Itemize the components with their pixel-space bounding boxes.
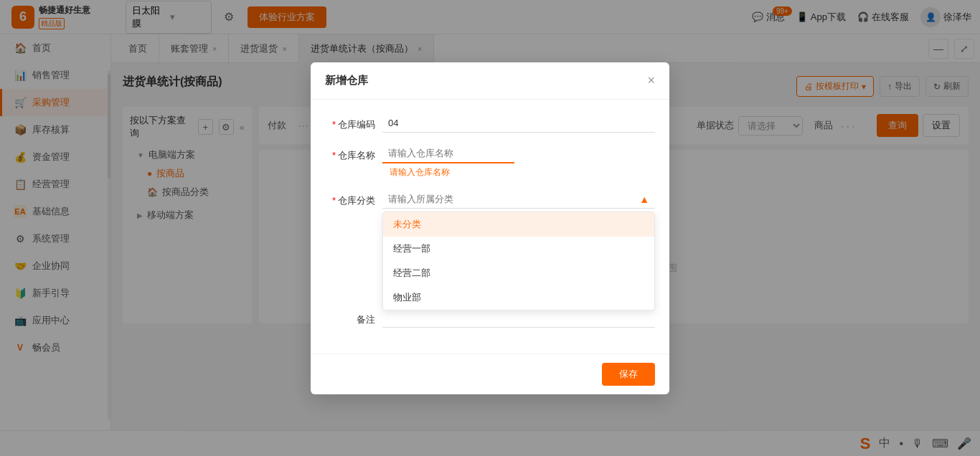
form-item-note: 备注 (325, 309, 655, 328)
modal-body: 仓库编码 仓库名称 请输入仓库名称 仓库分类 ▲ 未分类 (311, 100, 669, 353)
dropdown-option-3[interactable]: 物业部 (383, 285, 654, 310)
category-input[interactable] (382, 190, 655, 209)
dropdown-option-1[interactable]: 经营一部 (383, 237, 654, 261)
modal-title: 新增仓库 (325, 74, 368, 87)
dropdown-option-2[interactable]: 经营二部 (383, 261, 654, 285)
form-item-name: 仓库名称 请输入仓库名称 (325, 144, 655, 179)
dropdown-chevron-up[interactable]: ▲ (639, 194, 649, 205)
note-label: 备注 (325, 309, 382, 326)
note-input[interactable] (382, 309, 655, 328)
save-btn[interactable]: 保存 (602, 363, 655, 386)
category-label: 仓库分类 (325, 190, 382, 207)
name-input[interactable] (382, 144, 514, 163)
new-warehouse-modal: 新增仓库 × 仓库编码 仓库名称 请输入仓库名称 仓库分类 (311, 62, 669, 394)
form-item-name-row: 仓库名称 (325, 144, 514, 163)
name-error-msg: 请输入仓库名称 (390, 166, 450, 179)
modal-overlay: 新增仓库 × 仓库编码 仓库名称 请输入仓库名称 仓库分类 (0, 0, 980, 456)
modal-footer: 保存 (311, 353, 669, 394)
name-label: 仓库名称 (325, 145, 382, 162)
dropdown-option-0[interactable]: 未分类 (383, 212, 654, 237)
form-item-category: 仓库分类 ▲ 未分类 经营一部 经营二部 物业部 (325, 190, 655, 209)
modal-close-btn[interactable]: × (647, 74, 655, 87)
category-dropdown-list: 未分类 经营一部 经营二部 物业部 (382, 212, 655, 310)
modal-header: 新增仓库 × (311, 62, 669, 100)
code-input[interactable] (382, 114, 655, 133)
code-label: 仓库编码 (325, 114, 382, 131)
category-dropdown-wrapper: ▲ 未分类 经营一部 经营二部 物业部 (382, 190, 655, 209)
form-item-code: 仓库编码 (325, 114, 655, 133)
